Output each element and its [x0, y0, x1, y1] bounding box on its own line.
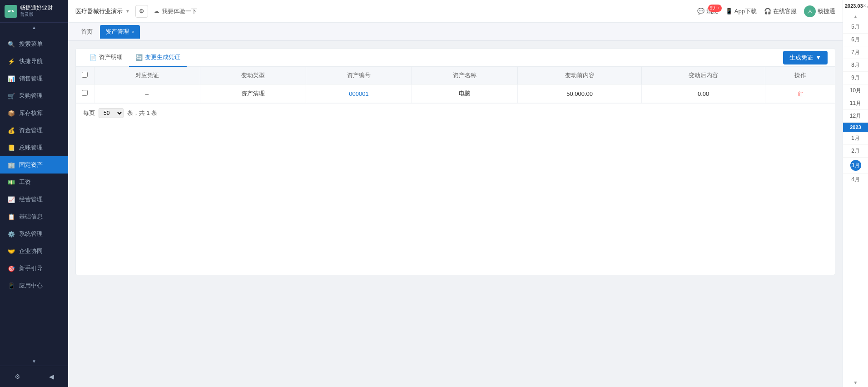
sidebar-item-search[interactable]: 🔍搜索菜单 — [0, 35, 68, 53]
per-page-label: 每页 — [83, 109, 95, 117]
cal-year-label[interactable]: 2023 — [843, 123, 868, 132]
app-download-label: App下载 — [734, 7, 757, 15]
cloud-icon: ☁ — [154, 8, 159, 15]
sidebar-label-inventory: 库存核算 — [19, 109, 43, 117]
cal-month-2月[interactable]: 2月 — [843, 145, 868, 158]
sidebar-label-operations: 经营管理 — [19, 195, 43, 203]
salary-icon: 💵 — [7, 178, 15, 186]
cell-asset-name: 电脑 — [412, 84, 518, 103]
sub-tab-asset-detail[interactable]: 📄 资产明细 — [83, 49, 129, 67]
cal-month-6月[interactable]: 6月 — [843, 34, 868, 46]
cell-voucher: -- — [94, 84, 200, 103]
home-tab-label: 首页 — [81, 28, 93, 36]
cal-month-5月[interactable]: 5月 — [843, 21, 868, 34]
sidebar-item-system[interactable]: ⚙️系统管理 — [0, 225, 68, 243]
per-page-select[interactable]: 102050100 — [99, 108, 124, 118]
cell-after: 0.00 — [641, 84, 765, 103]
cal-month-7月[interactable]: 7月 — [843, 46, 868, 59]
tab-asset-label: 资产管理 — [105, 28, 129, 36]
tab-close-icon[interactable]: × — [132, 29, 134, 35]
main-content: 医疗器械行业演示 ▼ ⚙ ☁ 我要体验一下 💬 消息 99++ 📱 App下载 … — [68, 0, 843, 387]
company-name: 医疗器械行业演示 — [75, 7, 123, 15]
cal-month-3月[interactable]: 3月 — [843, 158, 868, 174]
cal-month-8月[interactable]: 8月 — [843, 59, 868, 72]
sidebar-scroll-down[interactable]: ▼ — [0, 357, 68, 366]
cal-month-12月[interactable]: 12月 — [843, 110, 868, 123]
purchase-icon: 🛒 — [7, 92, 15, 100]
document-icon: 📄 — [89, 54, 97, 61]
asset-card: 📄 资产明细 🔄 变更生成凭证 生成凭证 ▼ — [75, 48, 835, 275]
sidebar-label-appcenter: 应用中心 — [19, 282, 43, 290]
sidebar-item-enterprise[interactable]: 🤝企业协同 — [0, 243, 68, 260]
calendar-expand-icon[interactable]: ⤢ — [866, 3, 868, 9]
cal-month-1月[interactable]: 1月 — [843, 132, 868, 145]
message-button[interactable]: 💬 消息 99++ — [697, 7, 718, 15]
headset-icon: 🎧 — [764, 8, 771, 15]
header-gear-button[interactable]: ⚙ — [135, 5, 148, 18]
calendar-header: 2023.03 × ⤢ — [843, 0, 868, 12]
sidebar-label-fixedasset: 固定资产 — [19, 161, 43, 169]
sidebar-label-enterprise: 企业协同 — [19, 247, 43, 255]
row-checkbox-cell — [76, 84, 94, 103]
message-badge: 99++ — [708, 5, 722, 12]
sidebar-item-fixedasset[interactable]: 🏢固定资产 — [0, 156, 68, 174]
delete-row-button[interactable]: 🗑 — [794, 89, 806, 98]
sub-tab-change-voucher[interactable]: 🔄 变更生成凭证 — [129, 49, 187, 67]
sidebar-scroll-up[interactable]: ▲ — [0, 23, 68, 32]
experience-button[interactable]: ☁ 我要体验一下 — [154, 7, 197, 15]
change-icon: 🔄 — [135, 54, 143, 61]
company-dropdown-icon: ▼ — [125, 9, 130, 14]
calendar-close-icon[interactable]: × — [863, 3, 866, 9]
search-icon: 🔍 — [7, 40, 15, 48]
sidebar-label-purchase: 采购管理 — [19, 92, 43, 100]
col-asset-name: 资产名称 — [412, 67, 518, 84]
sidebar-label-basicinfo: 基础信息 — [19, 213, 43, 221]
sub-tab-change-voucher-label: 变更生成凭证 — [145, 53, 180, 61]
user-profile[interactable]: 人 畅捷通 — [804, 5, 835, 17]
tab-home[interactable]: 首页 — [75, 25, 98, 39]
generate-voucher-button[interactable]: 生成凭证 ▼ — [783, 51, 828, 64]
table-wrap: 对应凭证 变动类型 资产编号 资产名称 变动前内容 变动后内容 操作 -- 资产… — [76, 67, 835, 103]
guide-icon: 🎯 — [7, 264, 15, 273]
message-icon: 💬 — [697, 8, 704, 15]
sidebar-item-ledger[interactable]: 📒总账管理 — [0, 139, 68, 156]
calendar-panel: 2023.03 × ⤢ ▲ 5月6月7月8月9月10月11月12月20231月2… — [843, 0, 868, 387]
calendar-scroll-down[interactable]: ▼ — [843, 378, 868, 387]
sidebar-item-operations[interactable]: 📈经营管理 — [0, 191, 68, 208]
sidebar-item-inventory[interactable]: 📦库存核算 — [0, 104, 68, 122]
calendar-scroll-up[interactable]: ▲ — [843, 12, 868, 21]
enterprise-icon: 🤝 — [7, 247, 15, 255]
operations-icon: 📈 — [7, 195, 15, 203]
sidebar-item-salary[interactable]: 💵工资 — [0, 174, 68, 191]
user-name: 畅捷通 — [818, 7, 835, 15]
sidebar-label-system: 系统管理 — [19, 230, 43, 238]
sidebar-item-quicknav[interactable]: ⚡快捷导航 — [0, 53, 68, 70]
calendar-year: 2023.03 — [845, 3, 863, 9]
cal-month-9月[interactable]: 9月 — [843, 72, 868, 84]
tab-asset-management[interactable]: 资产管理 × — [100, 25, 140, 39]
sidebar-item-appcenter[interactable]: 📱应用中心 — [0, 277, 68, 294]
tabs-bar: 首页 资产管理 × — [68, 23, 843, 41]
cal-month-11月[interactable]: 11月 — [843, 97, 868, 110]
sidebar-item-funds[interactable]: 💰资金管理 — [0, 122, 68, 139]
logo: AtA 畅捷通好业财 普及版 — [0, 0, 68, 23]
app-download-button[interactable]: 📱 App下载 — [725, 7, 757, 15]
cal-month-10月[interactable]: 10月 — [843, 84, 868, 97]
row-checkbox[interactable] — [82, 90, 88, 96]
company-selector[interactable]: 医疗器械行业演示 ▼ — [75, 7, 130, 15]
customer-service-button[interactable]: 🎧 在线客服 — [764, 7, 797, 15]
sidebar: AtA 畅捷通好业财 普及版 ▲ 🔍搜索菜单⚡快捷导航📊销售管理🛒采购管理📦库存… — [0, 0, 68, 387]
main-content-area: 📄 资产明细 🔄 变更生成凭证 生成凭证 ▼ — [68, 41, 843, 387]
sidebar-item-guide[interactable]: 🎯新手引导 — [0, 260, 68, 277]
inventory-icon: 📦 — [7, 109, 15, 117]
logo-icon: AtA — [5, 5, 17, 18]
ledger-icon: 📒 — [7, 144, 15, 152]
select-all-checkbox[interactable] — [82, 72, 88, 78]
sidebar-item-sales[interactable]: 📊销售管理 — [0, 70, 68, 87]
settings-icon[interactable]: ⚙ — [12, 371, 23, 382]
sidebar-item-basicinfo[interactable]: 📋基础信息 — [0, 208, 68, 225]
sidebar-item-purchase[interactable]: 🛒采购管理 — [0, 87, 68, 104]
sales-icon: 📊 — [7, 74, 15, 83]
collapse-icon[interactable]: ◀ — [47, 371, 56, 382]
cal-month-4月[interactable]: 4月 — [843, 174, 868, 186]
